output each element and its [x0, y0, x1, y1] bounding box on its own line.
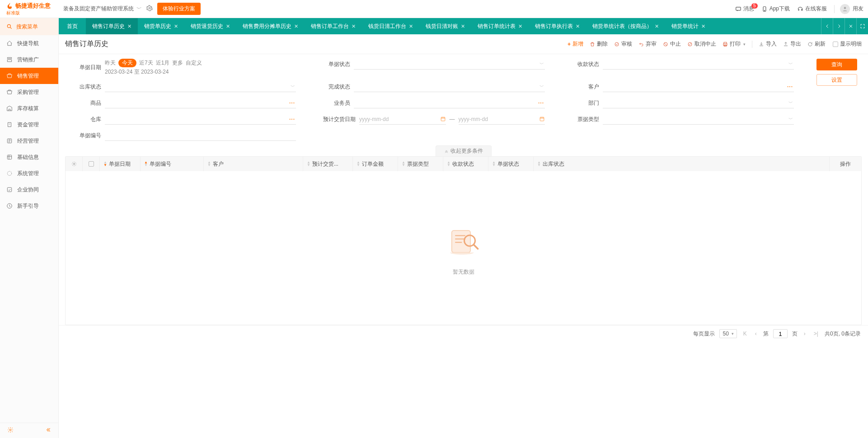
- sidebar-item-5[interactable]: 资金管理: [0, 116, 58, 133]
- collapse-filters-button[interactable]: 收起更多条件: [436, 145, 492, 156]
- date-from-input[interactable]: yyyy-mm-dd: [359, 114, 446, 125]
- close-icon[interactable]: ✕: [352, 23, 356, 29]
- search-button[interactable]: 查询: [816, 59, 857, 70]
- pager-page-input[interactable]: [773, 329, 788, 338]
- col-0[interactable]: ▲▼单据日期: [100, 157, 141, 171]
- import-button[interactable]: 导入: [759, 40, 777, 48]
- filter-bill-status[interactable]: 单据状态 ﹀: [319, 59, 545, 70]
- close-icon[interactable]: ✕: [518, 23, 522, 29]
- column-settings[interactable]: [66, 157, 83, 171]
- sidebar-item-1[interactable]: 营销推广: [0, 51, 58, 68]
- tab-fullscreen[interactable]: [856, 18, 868, 34]
- quick-date-option[interactable]: 今天: [118, 59, 136, 67]
- refresh-button[interactable]: 刷新: [807, 40, 826, 48]
- filter-out-status[interactable]: 出库状态 ﹀: [70, 81, 296, 92]
- tab-8[interactable]: 销售订单统计表✕: [471, 18, 529, 34]
- filter-pay-status[interactable]: 收款状态 ﹀: [568, 59, 794, 70]
- filter-finish-status[interactable]: 完成状态 ﹀: [319, 81, 545, 92]
- filter-ticket-type[interactable]: 票据类型 ﹀: [568, 114, 794, 125]
- bill-no-input[interactable]: [105, 130, 296, 141]
- gear-icon[interactable]: [146, 5, 153, 13]
- quick-date-option[interactable]: 更多: [172, 59, 183, 67]
- user-name[interactable]: 用友: [853, 5, 863, 13]
- close-icon[interactable]: ✕: [226, 23, 230, 29]
- tab-11[interactable]: 销货单统计✕: [665, 18, 712, 34]
- select-all-checkbox[interactable]: [83, 157, 100, 171]
- quick-date-option[interactable]: 自定义: [186, 59, 202, 67]
- tab-0[interactable]: 首页: [59, 18, 86, 34]
- tab-4[interactable]: 销售费用分摊单历史✕: [236, 18, 305, 34]
- pager-next[interactable]: ›: [802, 331, 807, 337]
- sidebar-item-4[interactable]: 库存核算: [0, 100, 58, 116]
- pager-prev[interactable]: ‹: [753, 331, 759, 337]
- unstop-button[interactable]: 取消中止: [687, 40, 716, 48]
- sidebar-item-10[interactable]: 新手引导: [0, 198, 58, 214]
- close-icon[interactable]: ✕: [409, 23, 413, 29]
- col-4[interactable]: ▲▼订单金额: [353, 157, 398, 171]
- stop-button[interactable]: 中止: [663, 40, 681, 48]
- sidebar-item-3[interactable]: 采购管理: [0, 84, 58, 100]
- per-page-select[interactable]: 50▾: [719, 329, 737, 338]
- sidebar-item-9[interactable]: 企业协同: [0, 182, 58, 198]
- tab-close[interactable]: [845, 18, 856, 34]
- add-button[interactable]: +新增: [568, 40, 583, 48]
- date-to-input[interactable]: yyyy-mm-dd: [459, 114, 545, 125]
- delete-button[interactable]: 删除: [590, 40, 608, 48]
- app-download-link[interactable]: App下载: [761, 5, 790, 13]
- quick-date-option[interactable]: 昨天: [105, 59, 116, 67]
- messages-link[interactable]: 消息 5: [735, 5, 754, 13]
- close-icon[interactable]: ✕: [576, 23, 580, 29]
- pager-last[interactable]: >|: [812, 331, 820, 337]
- sidebar-item-2[interactable]: 销售管理: [0, 68, 58, 84]
- sidebar-item-6[interactable]: 经营管理: [0, 133, 58, 149]
- service-link[interactable]: 在线客服: [797, 5, 827, 13]
- close-icon[interactable]: ✕: [127, 23, 131, 29]
- detail-checkbox[interactable]: 显示明细: [833, 40, 862, 48]
- collapse-sidebar-icon[interactable]: [45, 427, 51, 434]
- tab-7[interactable]: 钱货日清对账✕: [419, 18, 471, 34]
- col-8[interactable]: ▲▼出库状态: [534, 157, 830, 171]
- experience-button[interactable]: 体验行业方案: [157, 3, 201, 15]
- close-icon[interactable]: ✕: [701, 23, 705, 29]
- filter-delivery-date[interactable]: 预计交货日期 yyyy-mm-dd — yyyy-mm-dd: [319, 114, 545, 125]
- tab-scroll-right[interactable]: [833, 18, 845, 34]
- filter-customer[interactable]: 客户 ···: [568, 81, 794, 92]
- sidebar-item-7[interactable]: 基础信息: [0, 149, 58, 165]
- col-5[interactable]: ▲▼票据类型: [398, 157, 443, 171]
- col-7[interactable]: ▲▼单据状态: [488, 157, 534, 171]
- quick-date-option[interactable]: 近1月: [156, 59, 170, 67]
- quick-date-option[interactable]: 近7天: [139, 59, 153, 67]
- tab-6[interactable]: 钱货日清工作台✕: [362, 18, 419, 34]
- abandon-button[interactable]: 弃审: [638, 40, 657, 48]
- sidebar-item-8[interactable]: 系统管理: [0, 165, 58, 182]
- filter-product[interactable]: 商品 ···: [70, 98, 296, 108]
- quick-date-picker[interactable]: 昨天今天近7天近1月更多自定义: [105, 59, 296, 67]
- avatar[interactable]: [840, 4, 850, 14]
- setting-button[interactable]: 设置: [816, 74, 857, 86]
- tab-1[interactable]: 销售订单历史✕: [86, 18, 138, 34]
- close-icon[interactable]: ✕: [655, 23, 659, 29]
- tab-scroll-left[interactable]: [821, 18, 833, 34]
- close-icon[interactable]: ✕: [174, 23, 178, 29]
- system-selector[interactable]: 装备及固定资产辅助管理系统 ﹀: [59, 5, 142, 13]
- col-1[interactable]: ▲▼单据编号: [141, 157, 204, 171]
- tab-10[interactable]: 销货单统计表（按商品）✕: [586, 18, 665, 34]
- filter-warehouse[interactable]: 仓库 ···: [70, 114, 296, 125]
- col-3[interactable]: ▲▼预计交货...: [303, 157, 353, 171]
- col-2[interactable]: ▲▼客户: [204, 157, 303, 171]
- tab-5[interactable]: 销售订单工作台✕: [305, 18, 362, 34]
- tab-9[interactable]: 销售订单执行表✕: [529, 18, 586, 34]
- tab-3[interactable]: 销货退货历史✕: [184, 18, 236, 34]
- tab-2[interactable]: 销货单历史✕: [138, 18, 184, 34]
- print-button[interactable]: 打印▾: [723, 40, 746, 48]
- close-icon[interactable]: ✕: [294, 23, 298, 29]
- sidebar-search[interactable]: 搜索菜单: [0, 18, 58, 35]
- audit-button[interactable]: 审核: [614, 40, 632, 48]
- filter-salesman[interactable]: 业务员 ···: [319, 98, 545, 108]
- pager-first[interactable]: K: [741, 331, 749, 337]
- export-button[interactable]: 导出: [783, 40, 801, 48]
- filter-bill-no[interactable]: 单据编号: [70, 130, 296, 141]
- sidebar-item-0[interactable]: 快捷导航: [0, 35, 58, 51]
- settings-icon[interactable]: [7, 427, 14, 434]
- close-icon[interactable]: ✕: [461, 23, 465, 29]
